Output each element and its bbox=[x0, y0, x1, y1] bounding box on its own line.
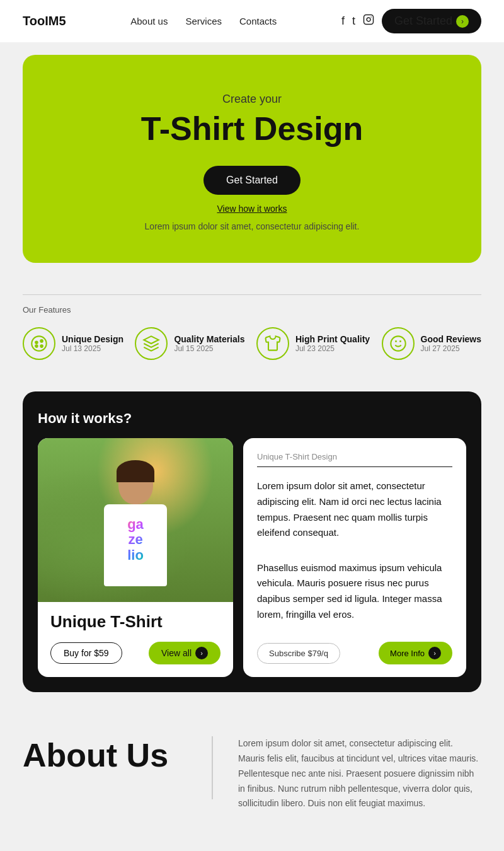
info-card-text1: Lorem ipsum dolor sit amet, consectetur … bbox=[257, 478, 452, 549]
logo: TooIM5 bbox=[23, 14, 66, 28]
how-title: How it works? bbox=[38, 410, 466, 427]
more-info-button[interactable]: More Info › bbox=[379, 642, 452, 664]
view-all-button[interactable]: View all › bbox=[149, 642, 220, 664]
product-image: gazelio bbox=[38, 438, 233, 602]
twitter-icon[interactable]: t bbox=[352, 14, 355, 28]
about-divider bbox=[212, 736, 213, 799]
model-hair bbox=[117, 460, 154, 482]
layers-icon bbox=[135, 327, 168, 360]
feature-unique-design-label: Unique Design bbox=[62, 334, 123, 344]
nav-get-started-button[interactable]: Get Started › bbox=[382, 9, 481, 33]
feature-high-print-date: Jul 23 2025 bbox=[295, 344, 370, 353]
subscribe-button[interactable]: Subscribe $79/q bbox=[257, 643, 340, 664]
buy-button[interactable]: Buy for $59 bbox=[50, 642, 122, 664]
svg-marker-7 bbox=[144, 337, 159, 344]
feature-high-print-label: High Print Quality bbox=[295, 334, 370, 344]
smile-icon bbox=[382, 327, 415, 360]
features-section: Our Features Unique Design Jul 13 2025 bbox=[0, 275, 504, 373]
info-card: Unique T-Shirt Design Lorem ipsum dolor … bbox=[243, 438, 466, 677]
hero-description: Lorem ipsum dolor sit amet, consectetur … bbox=[48, 221, 456, 231]
feature-quality-materials: Quality Materials Jul 15 2025 bbox=[135, 327, 244, 360]
hero-cta-button[interactable]: Get Started bbox=[203, 166, 301, 195]
facebook-icon[interactable]: f bbox=[341, 14, 345, 28]
svg-point-6 bbox=[35, 345, 38, 348]
nav-cta-arrow-icon: › bbox=[456, 15, 469, 28]
svg-point-8 bbox=[391, 337, 405, 351]
features-label: Our Features bbox=[23, 305, 481, 315]
info-card-label: Unique T-Shirt Design bbox=[257, 452, 452, 461]
how-cards: gazelio Unique T-Shirt Buy for $59 View … bbox=[38, 438, 466, 677]
feature-quality-materials-date: Jul 15 2025 bbox=[174, 344, 244, 353]
instagram-icon[interactable] bbox=[363, 14, 374, 28]
feature-good-reviews-date: Jul 27 2025 bbox=[421, 344, 481, 353]
nav-social: f t Get Started › bbox=[341, 9, 481, 33]
model-head bbox=[118, 463, 153, 504]
more-info-arrow-icon: › bbox=[428, 647, 441, 659]
hero-subtitle: Create your bbox=[48, 93, 456, 106]
nav-about[interactable]: About us bbox=[130, 16, 168, 26]
svg-point-2 bbox=[32, 337, 46, 351]
features-grid: Unique Design Jul 13 2025 Quality Materi… bbox=[23, 327, 481, 360]
navbar: TooIM5 About us Services Contacts f t Ge… bbox=[0, 0, 504, 42]
model-body: gazelio bbox=[104, 504, 167, 586]
tshirt-icon bbox=[256, 327, 289, 360]
hero-title: T-Shirt Design bbox=[48, 111, 456, 147]
svg-point-5 bbox=[40, 345, 43, 348]
nav-services[interactable]: Services bbox=[185, 16, 222, 26]
about-title: About Us bbox=[23, 736, 186, 774]
product-card: gazelio Unique T-Shirt Buy for $59 View … bbox=[38, 438, 233, 677]
info-card-divider bbox=[257, 466, 452, 467]
info-card-text2: Phasellus euismod maximus ipsum vehicula… bbox=[257, 560, 452, 631]
feature-unique-design-date: Jul 13 2025 bbox=[62, 344, 123, 353]
nav-links: About us Services Contacts bbox=[130, 16, 277, 27]
hero-view-link[interactable]: View how it works bbox=[48, 204, 456, 214]
feature-unique-design: Unique Design Jul 13 2025 bbox=[23, 327, 123, 360]
svg-point-4 bbox=[40, 340, 43, 342]
feature-quality-materials-label: Quality Materials bbox=[174, 334, 244, 344]
hero-section: Create your T-Shirt Design Get Started V… bbox=[23, 55, 481, 263]
feature-good-reviews: Good Reviews Jul 27 2025 bbox=[382, 327, 481, 360]
how-section: How it works? gazelio Unique T-Shirt Buy… bbox=[23, 391, 481, 692]
about-section: About Us Lorem ipsum dolor sit amet, con… bbox=[0, 705, 504, 849]
nav-contacts[interactable]: Contacts bbox=[239, 16, 277, 26]
product-title: Unique T-Shirt bbox=[50, 612, 220, 632]
about-text: Lorem ipsum dolor sit amet, consectetur … bbox=[238, 736, 481, 811]
model-figure: gazelio bbox=[85, 463, 186, 602]
view-all-arrow-icon: › bbox=[195, 647, 208, 659]
tshirt-graphic: gazelio bbox=[127, 517, 144, 563]
palette-icon bbox=[23, 327, 55, 360]
svg-point-3 bbox=[35, 342, 38, 344]
feature-good-reviews-label: Good Reviews bbox=[421, 334, 481, 344]
svg-rect-0 bbox=[364, 15, 373, 25]
features-divider bbox=[23, 294, 481, 295]
feature-high-print: High Print Quality Jul 23 2025 bbox=[256, 327, 370, 360]
